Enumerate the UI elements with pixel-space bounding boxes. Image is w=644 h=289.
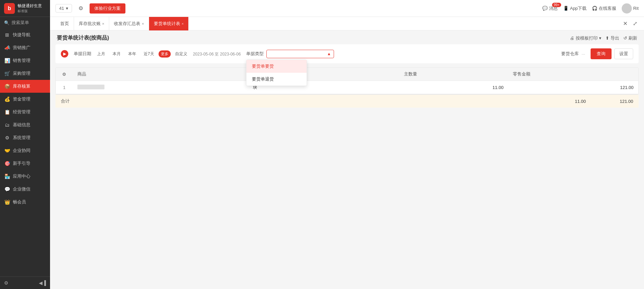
tab-home[interactable]: 首页 (55, 17, 74, 30)
inventory-icon: 📦 (4, 84, 10, 89)
sidebar-item-guide[interactable]: 🎯 新手引导 (0, 157, 50, 170)
print-chevron-icon: ▾ (599, 36, 601, 41)
sidebar-search[interactable]: 🔍 搜索菜单 (0, 17, 50, 28)
system-icon: ⚙ (4, 135, 10, 140)
sidebar-item-inventory[interactable]: 📦 库存核算 (0, 80, 50, 93)
col-amount: 零售金额 (508, 68, 638, 81)
quick-nav-icon: ⊞ (4, 32, 10, 38)
tab-receivable-summary[interactable]: 收发存汇总表 × (109, 17, 149, 30)
date-last-7-days[interactable]: 近7天 (141, 50, 157, 58)
tab-expand-button[interactable]: ⤢ (631, 20, 639, 27)
date-label: 单据日期 (74, 51, 91, 57)
cell-qty: 11.00 (399, 81, 508, 94)
basic-icon: 🗂 (4, 122, 10, 128)
main-area: 41 ▾ ⚙ 体验行业方案 💬 消息 99+ 📱 App下载 🎧 在线客服 (50, 0, 644, 289)
type-input-wrapper: ▲ (266, 50, 334, 58)
message-icon: 💬 (542, 6, 548, 11)
sidebar-item-finance[interactable]: 💰 资金管理 (0, 93, 50, 106)
download-icon: 📱 (563, 6, 569, 11)
sidebar-item-collab[interactable]: 🤝 企业协同 (0, 144, 50, 157)
avatar (622, 3, 632, 14)
sidebar-nav: ⊞ 快捷导航 📣 营销推广 📊 销售管理 🛒 采购管理 📦 库存核算 💰 资金管… (0, 28, 50, 276)
product-placeholder (77, 85, 104, 89)
type-label: 单据类型 (246, 51, 264, 57)
table-settings-col[interactable]: ⚙ (56, 68, 73, 81)
finance-icon: 💰 (4, 96, 10, 102)
sidebar-item-purchase[interactable]: 🛒 采购管理 (0, 67, 50, 80)
settings-icon[interactable]: ⚙ (4, 280, 8, 286)
tab-order-stats[interactable]: 要货单统计表 × (149, 17, 189, 30)
marketing-icon: 📣 (4, 45, 10, 50)
tab-close-all-button[interactable]: ✕ (622, 20, 629, 27)
member-icon: 👑 (4, 199, 10, 205)
sidebar-item-basic[interactable]: 🗂 基础信息 (0, 118, 50, 131)
collab-icon: 🤝 (4, 148, 10, 153)
export-button[interactable]: ⬆ 导出 (605, 35, 619, 41)
industry-button[interactable]: 体验行业方案 (90, 3, 125, 14)
dropdown-item-order-return[interactable]: 要货单退货 (246, 73, 307, 86)
filter-action-buttons: 查询 设置 (591, 48, 633, 59)
total-qty: 11.00 (545, 99, 586, 104)
date-filter-group: 单据日期 上月 本月 本年 近7天 更多 自定义 2023-05-06 至 20… (74, 50, 241, 58)
company-selector[interactable]: 41 ▾ (55, 4, 72, 13)
sidebar-item-member[interactable]: 👑 畅会员 (0, 196, 50, 208)
search-icon: 🔍 (4, 20, 9, 25)
page-title: 要货单统计表(按商品) (57, 35, 109, 42)
tab-bar-actions: ✕ ⤢ (622, 20, 639, 27)
warehouse-more-icon[interactable]: ··· (581, 51, 585, 57)
messages-button[interactable]: 💬 消息 99+ (542, 5, 558, 12)
sales-icon: 📊 (4, 58, 10, 63)
sidebar-item-sales[interactable]: 📊 销售管理 (0, 54, 50, 67)
header-gear-button[interactable]: ⚙ (76, 4, 86, 13)
date-this-year[interactable]: 本年 (125, 50, 139, 58)
date-last-month[interactable]: 上月 (94, 50, 108, 58)
page-actions: 🖨 按模板打印 ▾ ⬆ 导出 ↺ 刷新 (570, 35, 637, 41)
filter-expand-button[interactable]: ▶ (61, 50, 68, 58)
messages-badge: 99+ (552, 3, 561, 7)
warehouse-filter-group: 要货仓库 ··· (561, 51, 585, 57)
header-left: 41 ▾ ⚙ 体验行业方案 (55, 3, 125, 14)
settings-button[interactable]: 设置 (614, 48, 633, 59)
user-profile[interactable]: Rit (622, 3, 639, 14)
filter-area: ▶ 单据日期 上月 本月 本年 近7天 更多 自定义 2023-05-06 至 … (55, 44, 639, 63)
total-amount: 121.00 (593, 99, 633, 104)
sidebar-item-marketing[interactable]: 📣 营销推广 (0, 41, 50, 54)
tab-close-receivable-summary[interactable]: × (142, 22, 144, 26)
type-dropdown: 要货单要货 要货单退货 (246, 60, 307, 86)
sidebar-item-wechat[interactable]: 💬 企业微信 (0, 183, 50, 196)
sidebar-item-business[interactable]: 📋 经营管理 (0, 106, 50, 118)
sidebar-item-appstore[interactable]: 🏪 应用中心 (0, 170, 50, 183)
service-icon: 🎧 (592, 6, 597, 11)
tab-inventory-batch[interactable]: 库存批次账 × (74, 17, 109, 30)
dropdown-item-order-goods[interactable]: 要货单要货 (246, 60, 307, 73)
date-more-badge[interactable]: 更多 (159, 50, 171, 58)
sidebar-bottom: ⚙ ◀▐ (0, 276, 50, 289)
search-button[interactable]: 查询 (591, 48, 612, 59)
appstore-icon: 🏪 (4, 174, 10, 179)
print-button[interactable]: 🖨 按模板打印 ▾ (570, 35, 601, 41)
top-header: 41 ▾ ⚙ 体验行业方案 💬 消息 99+ 📱 App下载 🎧 在线客服 (50, 0, 644, 17)
business-icon: 📋 (4, 109, 10, 115)
logo-icon: b (4, 3, 15, 14)
guide-icon: 🎯 (4, 161, 10, 166)
app-download-button[interactable]: 📱 App下载 (563, 5, 587, 12)
sidebar-item-system[interactable]: ⚙ 系统管理 (0, 131, 50, 144)
type-chevron-icon[interactable]: ▲ (327, 51, 331, 56)
warehouse-label: 要货仓库 (561, 51, 579, 57)
tab-close-inventory-batch[interactable]: × (102, 22, 104, 26)
cell-seq: 1 (56, 81, 73, 94)
cell-product (73, 81, 248, 94)
purchase-icon: 🛒 (4, 71, 10, 76)
sidebar-item-quick-nav[interactable]: ⊞ 快捷导航 (0, 28, 50, 41)
refresh-button[interactable]: ↺ 刷新 (623, 35, 637, 41)
data-table: ⚙ 商品 主计量单位 主数量 零售金额 (56, 68, 638, 94)
tab-close-order-stats[interactable]: × (182, 22, 184, 26)
date-custom[interactable]: 自定义 (172, 50, 190, 58)
online-service-button[interactable]: 🎧 在线客服 (592, 5, 616, 12)
date-range: 2023-05-06 至 2023-06-06 (193, 51, 241, 57)
col-product: 商品 (73, 68, 248, 81)
col-qty: 主数量 (399, 68, 508, 81)
collapse-icon[interactable]: ◀▐ (39, 280, 46, 286)
type-input[interactable] (269, 51, 327, 57)
date-this-month[interactable]: 本月 (110, 50, 124, 58)
